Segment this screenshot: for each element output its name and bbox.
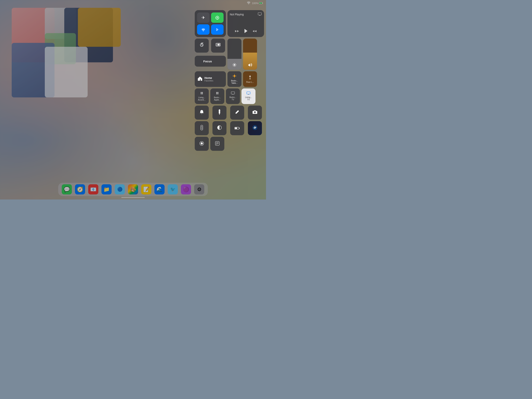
bedroom-tv-button[interactable]: Bedro...TV bbox=[226, 89, 240, 104]
remote-icon bbox=[200, 125, 203, 131]
svg-rect-41 bbox=[201, 128, 202, 129]
living-accent-button[interactable]: Living...Accent... bbox=[195, 89, 209, 104]
bedroom-table-lamp-label: Bedro...Table... bbox=[231, 80, 238, 84]
home-row: Home Favorites Bedro...Table... bbox=[195, 71, 264, 87]
dock-files[interactable]: 📁 bbox=[101, 184, 112, 194]
bedroom-table-lamp-button[interactable]: Bedro...Table... bbox=[228, 71, 241, 87]
svg-point-11 bbox=[234, 64, 235, 65]
quick-actions-row2 bbox=[195, 121, 264, 135]
dock-messages[interactable]: 💬 bbox=[62, 184, 72, 194]
svg-rect-37 bbox=[201, 125, 203, 130]
dock-notes[interactable]: 📝 bbox=[141, 184, 151, 194]
dark-mode-button[interactable] bbox=[212, 121, 227, 135]
camera-button[interactable] bbox=[248, 106, 262, 120]
dock-app9[interactable]: 🐦 bbox=[168, 184, 178, 194]
notes-button[interactable] bbox=[230, 106, 244, 120]
svg-rect-42 bbox=[202, 128, 202, 129]
focus-label: Focus bbox=[203, 60, 212, 63]
bluetooth-icon bbox=[216, 27, 219, 32]
svg-rect-43 bbox=[201, 129, 202, 129]
dock-app3[interactable]: 📧 bbox=[88, 184, 98, 194]
connectivity-tile: ✈ bbox=[195, 10, 226, 37]
airplay-screen-icon[interactable] bbox=[258, 13, 262, 16]
home-sublabel: Favorites bbox=[204, 79, 213, 82]
dock-safari[interactable]: 🧭 bbox=[75, 184, 85, 194]
play-button[interactable] bbox=[244, 28, 248, 35]
bg-card-yellow bbox=[78, 8, 121, 47]
dark-mode-icon bbox=[217, 125, 222, 131]
svg-rect-30 bbox=[247, 92, 250, 94]
last-row bbox=[195, 137, 264, 151]
orientation-lock-button[interactable] bbox=[195, 39, 209, 53]
svg-rect-9 bbox=[217, 44, 218, 45]
screen-record-button[interactable] bbox=[195, 137, 209, 151]
bedroom-apple-icon bbox=[215, 91, 219, 96]
notes-widget-icon bbox=[215, 141, 220, 147]
bedroom-apple-button[interactable]: Bedro...Apple... bbox=[210, 89, 224, 104]
living-tv-icon bbox=[247, 91, 250, 96]
screen-record-icon bbox=[199, 141, 204, 147]
flashlight-button[interactable] bbox=[212, 106, 227, 120]
svg-rect-5 bbox=[258, 13, 261, 15]
focus-moon-icon bbox=[197, 59, 201, 64]
battery-status: 100% bbox=[252, 2, 263, 5]
airplane-mode-toggle[interactable]: ✈ bbox=[197, 13, 209, 23]
bell-icon bbox=[199, 110, 204, 116]
quick-actions-row1 bbox=[195, 106, 264, 120]
bluetooth-toggle[interactable] bbox=[211, 24, 223, 35]
alarm-button[interactable] bbox=[195, 106, 209, 120]
wifi-icon bbox=[201, 28, 205, 31]
volume-icon bbox=[248, 63, 252, 68]
dock-app8[interactable]: 🌊 bbox=[154, 184, 165, 194]
living-accent-icon bbox=[200, 91, 203, 96]
cc-small-grid bbox=[195, 39, 226, 53]
svg-rect-10 bbox=[218, 44, 219, 45]
orientation-lock-icon bbox=[199, 42, 204, 49]
brightness-icon bbox=[233, 63, 236, 68]
screen-mirror-icon bbox=[215, 43, 221, 48]
dock-colorwheel[interactable]: 🎨 bbox=[128, 184, 138, 194]
home-favorites-button[interactable]: Home Favorites bbox=[195, 71, 226, 87]
home-icon bbox=[197, 76, 203, 82]
battery-icon bbox=[234, 125, 240, 131]
pencil-icon bbox=[235, 110, 240, 116]
volume-slider[interactable] bbox=[243, 39, 257, 70]
airplane-icon: ✈ bbox=[202, 16, 205, 20]
control-center: ✈ bbox=[195, 10, 264, 151]
svg-point-20 bbox=[234, 75, 235, 77]
svg-point-36 bbox=[254, 112, 255, 113]
fast-forward-button[interactable] bbox=[253, 29, 257, 34]
dock-app5[interactable]: 🔵 bbox=[115, 184, 125, 194]
living-tv-button[interactable]: Living...TV bbox=[241, 89, 255, 104]
floor-lamp-label: Floor L... bbox=[246, 81, 254, 83]
svg-point-4 bbox=[217, 17, 218, 18]
brightness-slider[interactable] bbox=[228, 39, 241, 70]
screen-mirror-button[interactable] bbox=[211, 39, 225, 53]
focus-button[interactable]: Focus bbox=[195, 56, 226, 67]
cc-second-section: Focus bbox=[195, 39, 264, 70]
shazam-icon bbox=[252, 125, 257, 131]
bedroom-tv-icon bbox=[231, 91, 235, 96]
cellular-icon bbox=[215, 16, 219, 20]
svg-line-7 bbox=[203, 43, 203, 43]
floor-lamp-button[interactable]: Floor L... bbox=[243, 71, 257, 87]
remote-control-button[interactable] bbox=[195, 121, 209, 135]
wifi-toggle[interactable] bbox=[197, 24, 209, 35]
dock-settings[interactable]: ⚙ bbox=[194, 184, 204, 194]
bedroom-apple-label: Bedro...Apple... bbox=[214, 97, 221, 101]
shazam-button[interactable] bbox=[248, 121, 262, 135]
cc-sliders bbox=[228, 39, 257, 70]
rewind-button[interactable] bbox=[235, 29, 239, 34]
cellular-toggle[interactable] bbox=[211, 13, 223, 23]
svg-rect-33 bbox=[219, 111, 220, 114]
svg-rect-40 bbox=[202, 127, 202, 128]
svg-rect-39 bbox=[201, 127, 202, 128]
svg-point-51 bbox=[201, 142, 203, 144]
now-playing-header: Not Playing bbox=[230, 13, 262, 16]
svg-point-38 bbox=[201, 126, 202, 127]
dock-app10[interactable]: 🟣 bbox=[181, 184, 191, 194]
notes-widget-button[interactable] bbox=[210, 137, 224, 151]
svg-rect-44 bbox=[202, 129, 202, 129]
camera-icon bbox=[252, 110, 257, 115]
battery-health-button[interactable] bbox=[230, 121, 244, 135]
